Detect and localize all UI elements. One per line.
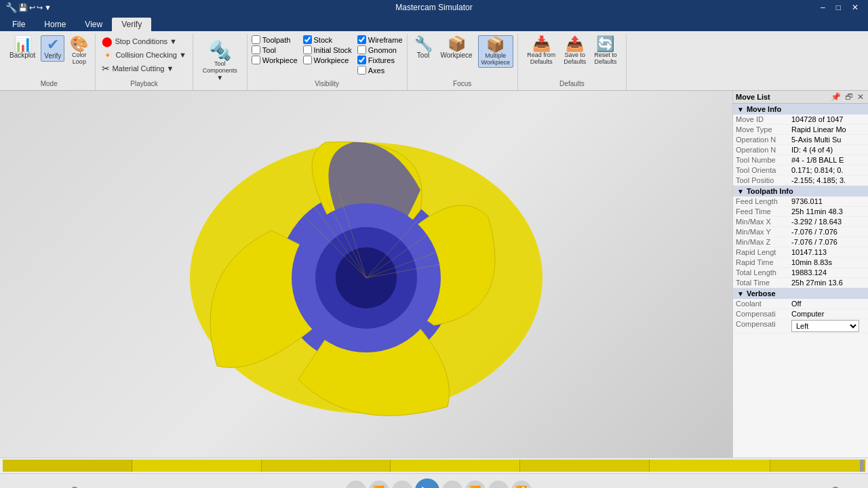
stock-checkbox[interactable] [303,35,312,44]
verbose-section-header[interactable]: ▼ Verbose [733,288,868,299]
close-button[interactable]: ✕ [848,3,863,12]
toolpath-checkbox-row[interactable]: Toolpath [252,35,298,44]
move-list-scroll[interactable]: ▼ Move Info Move ID 104728 of 1047 Move … [733,104,868,458]
gnomon-checkbox[interactable] [357,45,366,54]
axes-checkbox[interactable] [357,66,366,75]
play-button[interactable]: ▶ [415,479,439,489]
multiple-workpiece-icon: 📦 [486,37,505,52]
operation-n2-value: ID: 4 (4 of 4) [791,146,865,154]
tab-view[interactable]: View [75,18,112,31]
info-row-operation-n1: Operation N 5-Axis Multi Su [733,135,868,145]
visibility-group-label: Visibility [315,80,339,89]
prev-fast-button[interactable]: ⏪ [369,481,389,489]
minmax-z-value: -7.076 / 7.076 [791,238,865,246]
color-loop-button[interactable]: 🎨 Color Loop [67,35,91,66]
panel-restore-button[interactable]: 🗗 [844,92,854,102]
move-type-label: Move Type [736,125,791,134]
verbose-triangle: ▼ [737,290,744,298]
info-row-compensation1: Compensati Computer [733,309,868,319]
wireframe-checkbox-row[interactable]: Wireframe [357,35,403,44]
panel-close-button[interactable]: ✕ [856,92,865,102]
tab-file[interactable]: File [3,18,35,31]
quick-dropdown-icon[interactable]: ▼ [44,3,52,12]
wireframe-checkbox[interactable] [357,35,366,44]
save-to-defaults-button[interactable]: 📤 Save to Defaults [561,35,589,66]
fixtures-checkbox-row[interactable]: Fixtures [357,56,403,64]
viewport[interactable] [0,91,732,458]
read-from-defaults-button[interactable]: 📥 Read from Defaults [524,35,558,66]
tool-orient-label: Tool Orienta [736,166,791,174]
workpiece2-checkbox[interactable] [303,56,312,64]
stop-conditions-dropdown-icon[interactable]: ▼ [170,37,177,45]
visibility-col-1: Toolpath Tool Workpiece [252,35,298,64]
move-info-section-header[interactable]: ▼ Move Info [733,104,868,115]
timeline-section-3 [262,460,391,472]
tool-focus-button[interactable]: 🔧 Tool [412,35,435,60]
save-defaults-icon: 📤 [566,37,584,52]
collision-checking-button[interactable]: 🔸 Collision Checking ▼ [100,49,188,61]
3d-model-svg [163,122,570,427]
workpiece-focus-button[interactable]: 📦 Workpiece [438,35,475,60]
tool-checkbox[interactable] [252,45,260,54]
workpiece-checkbox-row[interactable]: Workpiece [252,56,298,64]
tab-verify[interactable]: Verify [112,18,151,31]
timeline-thumb[interactable] [860,460,864,472]
tool-components-button[interactable]: 🔩 Tool Components ▼ [200,40,240,83]
multiple-workpiece-button[interactable]: 📦 Multiple Workpiece [478,35,513,68]
material-dropdown-icon[interactable]: ▼ [166,64,174,73]
ribbon-tabs: File Home View Verify [0,15,868,31]
timeline-container [0,458,868,473]
initial-stock-checkbox-row[interactable]: Initial Stock [303,45,352,54]
move-id-value: 104728 of 1047 [791,115,865,123]
timeline-bar[interactable] [3,460,865,472]
tab-home[interactable]: Home [35,18,75,31]
minimize-button[interactable]: – [816,3,829,12]
prev-button[interactable]: ◀ [392,481,412,489]
quick-undo-icon[interactable]: ↩ [29,3,35,12]
loop-button[interactable]: 🔁 [511,481,532,489]
axes-checkbox-row[interactable]: Axes [357,66,403,75]
panel-pin-button[interactable]: 📌 [829,92,842,102]
playback-area: Precision: ⏮ ⏪ ◀ ▶ ▶ ⏩ ⏭ 🔁 Speed: [0,473,868,488]
compensation1-value: Computer [791,310,865,318]
fixtures-checkbox[interactable] [357,56,366,64]
verify-button[interactable]: ✔ Verify [41,35,64,62]
quick-save-icon[interactable]: 💾 [18,3,28,12]
toolpath-checkbox[interactable] [252,35,260,44]
visibility-col-3: Wireframe Gnomon Fixtures Axes [357,35,403,75]
next-button[interactable]: ▶ [442,481,462,489]
maximize-button[interactable]: □ [832,3,845,12]
operation-n2-label: Operation N [736,146,791,154]
info-row-minmax-z: Min/Max Z -7.076 / 7.076 [733,237,868,247]
initial-stock-checkbox[interactable] [303,45,312,54]
stock-checkbox-row[interactable]: Stock [303,35,352,44]
rapid-length-label: Rapid Lengt [736,248,791,256]
minmax-y-value: -7.076 / 7.076 [791,228,865,236]
minmax-z-label: Min/Max Z [736,238,791,246]
fast-forward-button[interactable]: ⏭ [488,481,509,489]
right-panel: Move List 📌 🗗 ✕ ▼ Move Info Move ID 1047… [732,91,868,458]
quick-redo-icon[interactable]: ↪ [37,3,43,12]
focus-group-label: Focus [453,80,471,89]
tool-components-dropdown[interactable]: ▼ [216,74,223,81]
backplot-button[interactable]: 📊 Backplot [7,35,38,60]
workpiece-checkbox[interactable] [252,56,260,64]
panel-header: Move List 📌 🗗 ✕ [733,91,868,104]
compensation2-select[interactable]: Left Right Off [791,320,859,332]
collision-dropdown-icon[interactable]: ▼ [179,51,186,59]
feed-length-value: 9736.011 [791,197,865,205]
next-fast-button[interactable]: ⏩ [465,481,486,489]
tool-checkbox-row[interactable]: Tool [252,45,298,54]
material-cutting-button[interactable]: ✂ Material Cutting ▼ [100,62,176,75]
verify-icon: ✔ [47,37,59,52]
rewind-button[interactable]: ⏮ [346,481,366,489]
reset-to-defaults-button[interactable]: 🔄 Reset to Defaults [591,35,620,66]
info-row-coolant: Coolant Off [733,299,868,309]
total-time-label: Total Time [736,279,791,287]
workpiece2-checkbox-row[interactable]: Workpiece [303,56,352,64]
stop-conditions-button[interactable]: ⬤ Stop Conditions ▼ [100,35,179,47]
mode-group-label: Mode [41,80,58,89]
toolpath-info-section-header[interactable]: ▼ Toolpath Info [733,186,868,197]
gnomon-checkbox-row[interactable]: Gnomon [357,45,403,54]
coolant-label: Coolant [736,300,791,308]
